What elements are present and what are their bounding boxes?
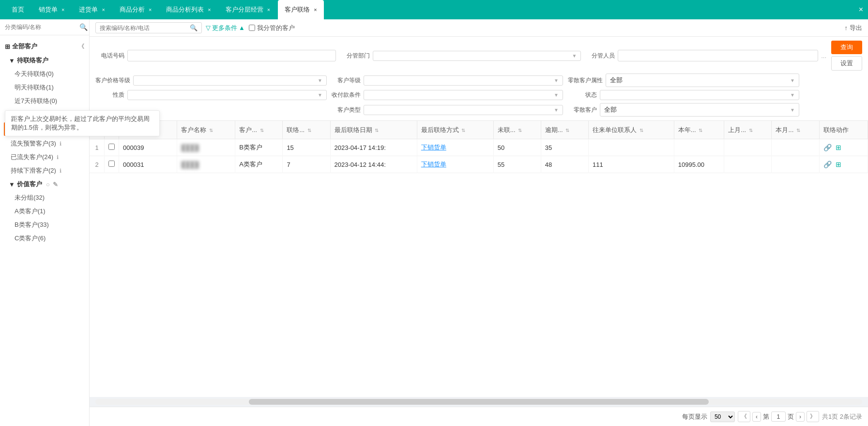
nav-customer-tier[interactable]: 客户分层经营 ×	[219, 0, 277, 19]
window-close-icon[interactable]: ×	[859, 5, 863, 14]
sidebar-pending-title[interactable]: ▼ 待联络客户	[4, 54, 89, 67]
prev-page-button[interactable]: ‹	[752, 412, 761, 422]
export-button[interactable]: ↑ 导出	[845, 24, 863, 32]
row2-last-date-value: 2023-04-12 14:44:	[335, 161, 386, 168]
filter-search-box: 🔍	[95, 22, 202, 33]
row1-grid-icon[interactable]: ⊞	[836, 144, 841, 151]
filter-price-grade-select[interactable]: ▼	[133, 75, 327, 86]
row2-checkbox[interactable]	[108, 161, 115, 167]
horizontal-scrollbar[interactable]	[95, 399, 862, 405]
set-button[interactable]: 设置	[831, 56, 862, 71]
nav-sales[interactable]: 销货单 ×	[32, 0, 71, 19]
th-last-date-sort-icon[interactable]: ⇅	[375, 128, 379, 133]
sidebar-value-title[interactable]: ▼ 价值客户 ○ ✎	[4, 177, 89, 191]
nav-sales-close[interactable]: ×	[61, 7, 64, 13]
nav-product-analysis-close[interactable]: ×	[149, 7, 152, 13]
th-last-month-sort-icon[interactable]: ⇅	[749, 128, 753, 133]
next-page-button[interactable]: ›	[796, 412, 805, 422]
filter-icon: ▽	[206, 24, 211, 31]
filter-person-dots[interactable]: ...	[821, 52, 826, 59]
filter-customer-type-select[interactable]: ▼	[364, 105, 563, 115]
value-group-circle-icon[interactable]: ○	[46, 181, 50, 188]
nav-product-analysis-list[interactable]: 商品分析列表 ×	[159, 0, 217, 19]
my-customers-checkbox-label[interactable]: 我分管的客户	[249, 24, 295, 32]
sidebar-search-icon[interactable]: 🔍	[79, 23, 88, 31]
th-this-month-sort-icon[interactable]: ⇅	[796, 128, 800, 133]
retail-chevron-icon: ▼	[790, 107, 795, 113]
th-last-method-sort-icon[interactable]: ⇅	[461, 128, 465, 133]
filter-search-input[interactable]	[100, 25, 188, 31]
sidebar-root-label: 全部客户	[12, 42, 37, 51]
filter-retail-value: 全部	[604, 105, 617, 114]
per-page-select[interactable]: 50 20 100	[710, 411, 735, 422]
query-button[interactable]: 查询	[831, 41, 862, 54]
nav-product-analysis-list-close[interactable]: ×	[208, 7, 211, 13]
sidebar-item-tomorrow[interactable]: 明天待联络(1)	[4, 81, 89, 94]
page-navigation: 《 ‹ 第 1 页 › 》	[738, 411, 819, 422]
row2-name: ████	[177, 156, 235, 173]
row2-last-method-value[interactable]: 下销货单	[421, 161, 446, 168]
more-conditions-btn[interactable]: ▽ 更多条件 ▲	[206, 24, 245, 32]
my-customers-checkbox[interactable]	[249, 25, 255, 31]
total-records: 共1页 2条记录	[822, 412, 862, 421]
payment-chevron-icon: ▼	[554, 92, 559, 98]
filter-dept-select[interactable]: ▼	[373, 51, 581, 61]
sidebar-value-ungroup[interactable]: 未分组(32)	[4, 191, 89, 205]
row1-last-date: 2023-04-17 14:19:	[330, 139, 417, 156]
nav-purchase[interactable]: 进货单 ×	[72, 0, 111, 19]
per-page-label: 每页显示	[682, 412, 707, 421]
sidebar-value-b[interactable]: B类客户(33)	[4, 218, 89, 232]
collapse-icon[interactable]: 《	[78, 43, 84, 51]
sidebar-search-input[interactable]	[5, 24, 77, 30]
th-overdue-sort-icon[interactable]: ⇅	[565, 128, 569, 133]
scrollbar-thumb[interactable]	[249, 399, 709, 405]
churned-info-icon[interactable]: ℹ	[57, 154, 59, 160]
declining-info-icon[interactable]: ℹ	[60, 168, 61, 174]
sidebar-item-7days[interactable]: 近7天待联络(0)	[4, 94, 89, 108]
row1-last-method-value[interactable]: 下销货单	[421, 144, 446, 151]
row2-link-icon[interactable]: 🔗	[823, 161, 832, 168]
row1-name: ████	[177, 139, 235, 156]
sidebar-all-customers[interactable]: ⊞ 全部客户 《	[0, 39, 89, 54]
filter-payment-select[interactable]: ▼	[364, 90, 563, 100]
th-name-sort-icon[interactable]: ⇅	[209, 128, 213, 133]
page-label: 第	[763, 412, 769, 421]
th-contact-count-sort-icon[interactable]: ⇅	[307, 128, 311, 133]
th-unlink-days-label: 未联...	[498, 126, 516, 133]
sidebar-item-churned[interactable]: 已流失客户(24) ℹ	[0, 150, 89, 164]
row2-grid-icon[interactable]: ⊞	[836, 161, 841, 168]
row1-link-icon[interactable]: 🔗	[823, 144, 832, 151]
value-group-edit-icon[interactable]: ✎	[53, 181, 58, 188]
row1-checkbox[interactable]	[108, 144, 115, 150]
filter-retail-select[interactable]: 全部 ▼	[600, 103, 799, 117]
th-this-year-sort-icon[interactable]: ⇅	[699, 128, 702, 133]
nav-customer-contact[interactable]: 客户联络 ×	[278, 0, 323, 19]
nav-purchase-close[interactable]: ×	[102, 7, 105, 13]
filter-nature-select[interactable]: ▼	[127, 90, 327, 100]
filter-customer-grade-select[interactable]: ▼	[364, 75, 563, 86]
filter-status-select[interactable]: ▼	[600, 90, 799, 100]
row2-contact-value: 7	[287, 161, 290, 168]
sidebar-value-c[interactable]: C类客户(6)	[4, 232, 89, 245]
filter-customer-grade-label: 客户等级	[332, 76, 361, 85]
row2-contacts: 111	[588, 156, 674, 173]
filter-search-icon[interactable]: 🔍	[190, 24, 198, 31]
filter-phone-input[interactable]	[127, 50, 336, 61]
sidebar-value-a[interactable]: A类客户(1)	[4, 205, 89, 218]
churn-warning-info-icon[interactable]: ℹ	[60, 141, 61, 147]
sidebar-item-churn-warning[interactable]: 流失预警客户(3) ℹ	[0, 137, 89, 150]
sidebar-b-label: B类客户(33)	[15, 221, 49, 228]
sidebar-item-declining[interactable]: 持续下滑客户(2) ℹ	[0, 164, 89, 177]
nav-customer-tier-close[interactable]: ×	[267, 7, 270, 13]
nav-home[interactable]: 首页	[5, 0, 31, 19]
first-page-button[interactable]: 《	[738, 411, 750, 422]
nav-customer-contact-close[interactable]: ×	[314, 7, 317, 13]
th-contacts-sort-icon[interactable]: ⇅	[640, 128, 643, 133]
filter-retail-attr-select[interactable]: 全部 ▼	[606, 73, 799, 87]
nav-product-analysis[interactable]: 商品分析 ×	[113, 0, 158, 19]
th-unlink-sort-icon[interactable]: ⇅	[518, 128, 522, 133]
th-customer-type-sort-icon[interactable]: ⇅	[260, 128, 264, 133]
last-page-button[interactable]: 》	[807, 411, 819, 422]
sidebar-item-today[interactable]: 今天待联络(0)	[4, 67, 89, 81]
filter-person-input[interactable]	[618, 50, 818, 61]
